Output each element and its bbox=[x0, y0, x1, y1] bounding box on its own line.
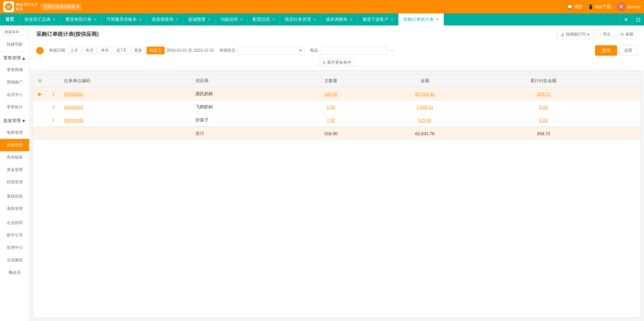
tab-yaohuo[interactable]: 要货单统计表 ✕ bbox=[61, 13, 102, 25]
export-btn[interactable]: ↓ 导出 bbox=[596, 30, 614, 39]
close-tab-11[interactable]: ✕ bbox=[436, 17, 439, 22]
tab-home[interactable]: 首页 bbox=[0, 13, 20, 25]
sidebar-item-corp[interactable]: 企业协同 bbox=[0, 217, 29, 229]
chevron-down-icon: ⊻ bbox=[323, 60, 326, 65]
sidebar-item-quick-nav[interactable]: 快捷导航 bbox=[0, 38, 29, 51]
close-tab-2[interactable]: ✕ bbox=[94, 17, 97, 22]
sidebar-item-marketing[interactable]: 营销推广 bbox=[0, 76, 29, 89]
row3-main-qty: 7.00 bbox=[290, 114, 372, 127]
sidebar-search-area bbox=[0, 25, 29, 38]
sidebar-divider-1 bbox=[0, 51, 29, 52]
sidebar-item-finance[interactable]: 资金管理 bbox=[0, 164, 29, 176]
tab-chengben[interactable]: 成本调整单 ✕ bbox=[321, 13, 358, 25]
sidebar-item-system[interactable]: 系统管理 bbox=[0, 203, 29, 215]
message-btn[interactable]: 💬 消息 bbox=[567, 4, 583, 10]
sidebar-item-purchase[interactable]: 采购管理 bbox=[0, 139, 29, 151]
tab-peizhi[interactable]: 配置信息 ✕ bbox=[248, 13, 280, 25]
close-tab-3[interactable]: ✕ bbox=[139, 17, 142, 22]
close-tab-7[interactable]: ✕ bbox=[272, 17, 275, 22]
inventory-label: 库存核算 bbox=[7, 155, 23, 160]
tab-gongneng[interactable]: 功能说明 ✕ bbox=[216, 13, 248, 25]
date-this-year-btn[interactable]: 本年 bbox=[98, 47, 112, 54]
sidebar-item-wholesale[interactable]: 批发管理 ▼ bbox=[0, 115, 29, 126]
status-select[interactable] bbox=[237, 47, 305, 55]
close-tab-10[interactable]: ✕ bbox=[390, 17, 393, 22]
sidebar: 快捷导航 零售管理 ▲ 零售商城 营销推广 会员中心 零售统计 批发管理 ▼ 电… bbox=[0, 25, 30, 321]
filter-toggle-btn[interactable]: › bbox=[36, 47, 44, 54]
row1-amount: 60,519.44 bbox=[372, 88, 478, 101]
close-tab-8[interactable]: ✕ bbox=[313, 17, 316, 22]
sidebar-item-basic[interactable]: 基础信息 bbox=[0, 190, 29, 203]
close-tab-6[interactable]: ✕ bbox=[240, 17, 243, 22]
col-main-qty: 主数量 bbox=[290, 74, 372, 88]
ops-label: 经营管理 bbox=[7, 179, 23, 185]
expand-row-icon[interactable]: ▶ bbox=[38, 91, 42, 97]
sidebar-item-newbie[interactable]: 新手引导 bbox=[0, 229, 29, 242]
app-download-btn[interactable]: 📱 App下载 bbox=[588, 4, 611, 10]
sidebar-item-vip[interactable]: 畅会员 bbox=[0, 266, 29, 279]
column-settings-icon[interactable]: ⚙ bbox=[38, 78, 42, 84]
sidebar-divider-3 bbox=[0, 189, 29, 190]
corp-label: 企业协同 bbox=[7, 220, 23, 226]
date-prev-month-btn[interactable]: 上月 bbox=[67, 47, 81, 54]
user-area[interactable]: E demo2 bbox=[616, 2, 641, 11]
newbie-label: 新手引导 bbox=[7, 232, 23, 238]
tab-close-all-btn[interactable]: ✕ bbox=[620, 13, 632, 25]
row3-unit-code: 00020005 bbox=[60, 114, 192, 127]
filter-date-group: 单据日期 上月 本月 本年 近7天 更多 自定义 2016-01-01 至 20… bbox=[49, 47, 214, 54]
tab-peihuorenwu[interactable]: 拣货任务管理 ✕ bbox=[280, 13, 321, 25]
close-tab-9[interactable]: ✕ bbox=[350, 17, 353, 22]
date-custom-btn[interactable]: 自定义 bbox=[147, 47, 165, 54]
settings-btn[interactable]: 设置 bbox=[619, 45, 637, 56]
tab-baoxiaoqi[interactable]: 保质期查询 ✕ bbox=[147, 13, 183, 25]
sidebar-item-appstore[interactable]: 应用中心 bbox=[0, 242, 29, 254]
sidebar-item-inventory[interactable]: 库存核算 bbox=[0, 151, 29, 164]
row1-unit-code: 00020001 bbox=[60, 88, 192, 101]
date-label: 单据日期 bbox=[49, 48, 65, 53]
user-avatar: E bbox=[616, 2, 626, 11]
refresh-btn[interactable]: ↻ 刷新 bbox=[617, 30, 637, 39]
date-more-btn[interactable]: 更多 bbox=[131, 47, 145, 54]
date-7days-btn[interactable]: 近7天 bbox=[113, 47, 130, 54]
tab-shoufahuiyi[interactable]: 收发存汇总表 ✕ bbox=[20, 13, 61, 25]
marketing-label: 营销推广 bbox=[7, 79, 23, 85]
retail-shop-label: 零售商城 bbox=[7, 67, 23, 73]
sidebar-item-ops[interactable]: 经营管理 bbox=[0, 176, 29, 189]
more-fields-icon[interactable]: ⋯ bbox=[389, 47, 394, 54]
wholesale-label: 批发管理 bbox=[3, 118, 21, 124]
close-tab-1[interactable]: ✕ bbox=[53, 17, 56, 22]
sidebar-item-ecommerce[interactable]: 电商管理 bbox=[0, 126, 29, 139]
retail-mgmt-label: 零售管理 bbox=[3, 55, 21, 61]
tab-chaochuyuji[interactable]: 超储预警 ✕ bbox=[183, 13, 216, 25]
sidebar-item-member[interactable]: 会员中心 bbox=[0, 89, 29, 101]
sidebar-divider-4 bbox=[0, 216, 29, 216]
top-bar-left: 好 畅捷通好生意 标版 母婴行业演示账套 ▾ bbox=[3, 1, 82, 12]
sidebar-item-retail-stat[interactable]: 零售统计 bbox=[0, 101, 29, 113]
footer-extra bbox=[609, 127, 640, 140]
sidebar-search-input[interactable] bbox=[2, 28, 27, 36]
tab-maximize-btn[interactable]: ⊡ bbox=[632, 13, 644, 25]
logo-area: 好 畅捷通好生意 标版 bbox=[3, 1, 38, 12]
table-container: ⚙ 往来单位编码 供应商 主数量 金额 bbox=[33, 74, 641, 318]
retail-stat-label: 零售统计 bbox=[7, 104, 23, 110]
tab-keyongliang[interactable]: 可用量库存账本 ✕ bbox=[102, 13, 147, 25]
row3-extra bbox=[609, 114, 640, 127]
account-selector[interactable]: 母婴行业演示账套 ▾ bbox=[41, 3, 82, 10]
tab-caigou[interactable]: 采购订单统计表 ✕ bbox=[398, 13, 444, 25]
expand-conditions-btn[interactable]: ⊻ 展开更多条件 bbox=[319, 58, 355, 67]
filter-goods-group: 商品 ⋯ bbox=[310, 47, 394, 55]
search-btn[interactable]: 查询 bbox=[595, 45, 617, 56]
date-this-month-btn[interactable]: 本月 bbox=[83, 47, 97, 54]
sidebar-item-retail-mgmt[interactable]: 零售管理 ▲ bbox=[0, 52, 29, 64]
close-tab-5[interactable]: ✕ bbox=[208, 17, 211, 22]
sidebar-item-wechat[interactable]: 企业微信 bbox=[0, 254, 29, 266]
row2-expand bbox=[33, 101, 47, 114]
footer-paid-amount: 259.72 bbox=[478, 127, 609, 140]
close-tab-4[interactable]: ✕ bbox=[175, 17, 178, 22]
filter-more-row: ⊻ 展开更多条件 bbox=[36, 58, 637, 67]
template-print-btn[interactable]: 🖨 按模板打印 ▾ bbox=[557, 30, 593, 39]
table-row: ▶ 1 00020001 惠氏奶粉 303.00 60,519.44 bbox=[33, 88, 640, 101]
goods-input[interactable] bbox=[320, 47, 387, 55]
sidebar-item-retail-shop[interactable]: 零售商城 bbox=[0, 64, 29, 76]
tab-yaoqing[interactable]: 邀请下游客户 ✕ bbox=[358, 13, 398, 25]
